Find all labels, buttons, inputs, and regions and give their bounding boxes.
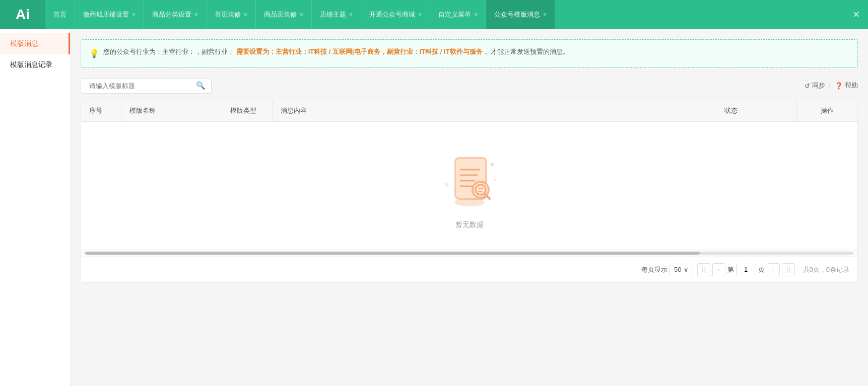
- scrollbar-track: [85, 252, 853, 255]
- svg-point-12: [445, 183, 449, 187]
- pagination: 每页显示 50 ∨ ⟨⟨ ‹ 第 页 › ⟩⟩ 共0页，0条记录: [81, 257, 857, 282]
- col-header-seq: 序号: [81, 100, 121, 121]
- search-icon[interactable]: 🔍: [196, 81, 206, 90]
- nav-tab-4[interactable]: 商品页装修×: [256, 0, 312, 29]
- page-navigation: ⟨⟨ ‹ 第 页 › ⟩⟩: [697, 263, 795, 276]
- logo: Ai: [0, 0, 45, 29]
- svg-point-13: [494, 179, 496, 181]
- close-tab-7[interactable]: ×: [474, 11, 478, 18]
- close-tab-3[interactable]: ×: [244, 11, 247, 18]
- main-content: 💡 您的公众号行业为：主营行业：，副营行业： 需要设置为：主营行业：IT科技 /…: [71, 29, 868, 386]
- divider: |: [829, 82, 831, 90]
- notice-icon: 💡: [89, 47, 99, 60]
- layout: 模版消息模版消息记录 💡 您的公众号行业为：主营行业：，副营行业： 需要设置为：…: [0, 29, 868, 386]
- page-size-select: 每页显示 50 ∨: [641, 264, 693, 275]
- next-page-button[interactable]: ›: [767, 263, 780, 276]
- sidebar: 模版消息模版消息记录: [0, 29, 71, 386]
- nav-tab-2[interactable]: 商品分类设置×: [144, 0, 207, 29]
- notice-text: 您的公众号行业为：主营行业：，副营行业： 需要设置为：主营行业：IT科技 / 互…: [103, 47, 569, 57]
- search-input-wrap[interactable]: 🔍: [81, 78, 212, 94]
- notice-box: 💡 您的公众号行业为：主营行业：，副营行业： 需要设置为：主营行业：IT科技 /…: [81, 39, 858, 68]
- table-header: 序号 模版名称 模版类型 消息内容 状态 操作: [81, 100, 857, 122]
- col-header-name: 模版名称: [121, 100, 222, 121]
- help-button[interactable]: ❓ 帮助: [835, 81, 858, 90]
- nav-tab-5[interactable]: 店铺主题×: [312, 0, 361, 29]
- close-tab-5[interactable]: ×: [349, 11, 353, 18]
- sync-icon: ↺: [805, 82, 810, 90]
- nav-tab-0[interactable]: 首页: [45, 0, 75, 29]
- top-nav: Ai 首页微商城店铺设置×商品分类设置×首页装修×商品页装修×店铺主题×开通公众…: [0, 0, 868, 29]
- close-tab-4[interactable]: ×: [300, 11, 303, 18]
- close-tab-1[interactable]: ×: [132, 11, 136, 18]
- col-header-content: 消息内容: [273, 100, 716, 121]
- close-tab-8[interactable]: ×: [543, 11, 547, 18]
- empty-text: 暂无数据: [455, 220, 484, 229]
- col-header-action: 操作: [797, 100, 857, 121]
- sync-button[interactable]: ↺ 同步: [805, 81, 825, 90]
- page-input[interactable]: [736, 264, 756, 275]
- close-all-button[interactable]: ✕: [844, 0, 868, 29]
- empty-state: 暂无数据: [81, 122, 857, 250]
- sidebar-item-1[interactable]: 模版消息记录: [0, 54, 70, 75]
- nav-tab-7[interactable]: 自定义菜单×: [430, 0, 486, 29]
- help-icon: ❓: [835, 82, 843, 90]
- first-page-button[interactable]: ⟨⟨: [697, 263, 710, 276]
- horizontal-scrollbar[interactable]: [81, 250, 857, 257]
- search-actions: ↺ 同步 | ❓ 帮助: [805, 81, 858, 90]
- prev-page-button[interactable]: ‹: [712, 263, 725, 276]
- total-records: 共0页，0条记录: [803, 265, 849, 274]
- search-input[interactable]: [85, 79, 196, 93]
- empty-icon: [439, 152, 500, 212]
- page-size-dropdown[interactable]: 50 ∨: [670, 264, 693, 275]
- dropdown-chevron-icon: ∨: [684, 266, 689, 273]
- search-bar: 🔍 ↺ 同步 | ❓ 帮助: [81, 78, 858, 94]
- nav-tab-6[interactable]: 开通公众号商城×: [361, 0, 430, 29]
- close-tab-2[interactable]: ×: [194, 11, 198, 18]
- col-header-status: 状态: [716, 100, 797, 121]
- svg-point-11: [491, 163, 494, 166]
- sidebar-item-0[interactable]: 模版消息: [0, 33, 70, 54]
- nav-tab-3[interactable]: 首页装修×: [207, 0, 256, 29]
- last-page-button[interactable]: ⟩⟩: [782, 263, 795, 276]
- scrollbar-thumb: [85, 252, 700, 255]
- nav-tab-1[interactable]: 微商城店铺设置×: [75, 0, 144, 29]
- nav-tab-8[interactable]: 公众号模版消息×: [486, 0, 555, 29]
- col-header-type: 模版类型: [222, 100, 273, 121]
- nav-tabs: 首页微商城店铺设置×商品分类设置×首页装修×商品页装修×店铺主题×开通公众号商城…: [45, 0, 844, 29]
- data-table: 序号 模版名称 模版类型 消息内容 状态 操作: [81, 100, 858, 283]
- close-tab-6[interactable]: ×: [418, 11, 422, 18]
